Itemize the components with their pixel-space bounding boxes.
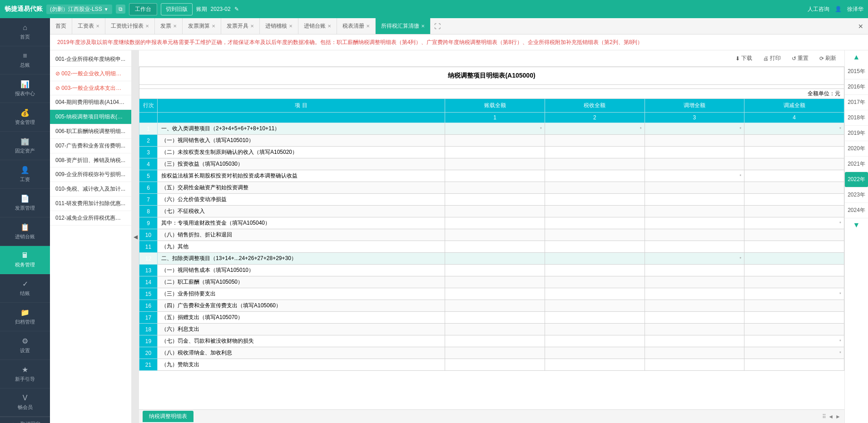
data-cell-col4[interactable] bbox=[744, 170, 844, 182]
download-button[interactable]: ⬇ 下载 bbox=[733, 53, 755, 64]
tab-close-income-tax[interactable]: ✕ bbox=[421, 24, 425, 29]
data-cell-col1[interactable] bbox=[445, 312, 545, 324]
tab-close-salary-report[interactable]: ✕ bbox=[145, 24, 149, 29]
tab-invoice-open[interactable]: 发票开具✕ bbox=[221, 18, 260, 34]
data-cell-col2[interactable] bbox=[545, 135, 645, 147]
data-cell-col2[interactable] bbox=[545, 347, 645, 359]
sidebar-item-settlement[interactable]: ✓ 结账 bbox=[0, 274, 50, 303]
tab-invoice-calc[interactable]: 发票测算✕ bbox=[183, 18, 221, 34]
tab-close-invoice-in[interactable]: ✕ bbox=[289, 24, 293, 29]
data-cell-col4[interactable]: * bbox=[744, 288, 844, 300]
year-item-2024年[interactable]: 2024年 bbox=[845, 203, 868, 218]
tab-close-invoice-open[interactable]: ✕ bbox=[250, 24, 254, 29]
sheet-tab-main[interactable]: 纳税调整明细表 bbox=[143, 411, 193, 422]
data-cell-col2[interactable] bbox=[545, 288, 645, 300]
sidebar-item-invoice-mgmt[interactable]: 📄 发票管理 bbox=[0, 189, 50, 217]
tab-income-tax[interactable]: 所得税汇算清缴✕ bbox=[376, 18, 431, 34]
sidebar-item-archive[interactable]: 📁 归档管理 bbox=[0, 303, 50, 331]
left-nav-item-002[interactable]: ⊘ 002-一般企业收入明细表(A1... bbox=[50, 67, 131, 81]
data-cell-col4[interactable] bbox=[744, 324, 844, 335]
data-cell-col3[interactable] bbox=[645, 147, 744, 158]
sidebar-item-report[interactable]: 📊 报表中心 bbox=[0, 74, 50, 103]
data-cell-col2[interactable] bbox=[545, 276, 645, 288]
year-item-2019年[interactable]: 2019年 bbox=[845, 126, 868, 141]
data-cell-col2[interactable] bbox=[545, 335, 645, 347]
left-nav-item-004[interactable]: 004-期间费用明细表(A1040... bbox=[50, 95, 131, 110]
data-cell-col2[interactable] bbox=[545, 324, 645, 335]
data-cell-col3[interactable]: * bbox=[645, 170, 744, 182]
tab-close-invoice[interactable]: ✕ bbox=[173, 24, 177, 29]
year-item-2016年[interactable]: 2016年 bbox=[845, 79, 868, 95]
left-nav-item-012[interactable]: 012-减免企业所得税优惠明细... bbox=[50, 211, 131, 226]
data-cell-col2[interactable] bbox=[545, 182, 645, 194]
left-nav-item-005[interactable]: 005-纳税调整项目明细表(A1... bbox=[50, 110, 131, 124]
year-item-2022年[interactable]: 2022年 bbox=[845, 172, 868, 187]
sidebar-item-finance[interactable]: 💰 资金管理 bbox=[0, 103, 50, 132]
left-nav-item-006[interactable]: 006-职工薪酬纳税调整明细... bbox=[50, 124, 131, 139]
sidebar-item-ledger[interactable]: ≡ 总账 bbox=[0, 46, 50, 74]
data-cell-col1[interactable]: * bbox=[445, 123, 545, 135]
left-nav-item-011[interactable]: 011-研发费用加计扣除优惠... bbox=[50, 197, 131, 211]
data-cell-col1[interactable] bbox=[445, 170, 545, 182]
data-cell-col2[interactable] bbox=[545, 217, 645, 229]
data-cell-col3[interactable] bbox=[645, 288, 744, 300]
refresh-button[interactable]: ⟳ 刷新 bbox=[817, 53, 839, 64]
data-cell-col1[interactable] bbox=[445, 276, 545, 288]
data-cell-col4[interactable] bbox=[744, 194, 844, 206]
collapse-left-nav-button[interactable]: ◀ bbox=[132, 50, 139, 423]
data-cell-col4[interactable] bbox=[744, 135, 844, 147]
data-cell-col3[interactable] bbox=[645, 276, 744, 288]
data-cell-col3[interactable]: * bbox=[645, 253, 744, 265]
scroll-left-button[interactable]: ◄ bbox=[828, 413, 833, 420]
data-cell-col1[interactable] bbox=[445, 229, 545, 241]
tab-close-salary[interactable]: ✕ bbox=[96, 24, 99, 29]
left-nav-item-007[interactable]: 007-广告费和业务宣传费明... bbox=[50, 139, 131, 153]
data-cell-col2[interactable] bbox=[545, 206, 645, 217]
old-version-button[interactable]: 切到旧版 bbox=[161, 3, 193, 15]
data-cell-col2[interactable] bbox=[545, 170, 645, 182]
data-cell-col1[interactable] bbox=[445, 300, 545, 312]
data-cell-col4[interactable] bbox=[744, 359, 844, 371]
tab-invoice-ledger[interactable]: 进销台账✕ bbox=[298, 18, 337, 34]
year-item-2021年[interactable]: 2021年 bbox=[845, 157, 868, 172]
data-cell-col3[interactable] bbox=[645, 229, 744, 241]
data-cell-col1[interactable] bbox=[445, 158, 545, 170]
tab-close-invoice-ledger[interactable]: ✕ bbox=[327, 24, 331, 29]
data-cell-col2[interactable] bbox=[545, 194, 645, 206]
data-cell-col2[interactable] bbox=[545, 265, 645, 276]
data-cell-col2[interactable] bbox=[545, 241, 645, 253]
year-item-2017年[interactable]: 2017年 bbox=[845, 95, 868, 110]
print-button[interactable]: 🖨 打印 bbox=[760, 53, 784, 64]
data-cell-col3[interactable]: * bbox=[645, 123, 744, 135]
left-nav-item-003[interactable]: ⊘ 003-一般企业成本支出明细... bbox=[50, 81, 131, 96]
sidebar-item-sales-ledger[interactable]: 📋 进销台账 bbox=[0, 217, 50, 246]
consult-button[interactable]: 人工咨询 bbox=[808, 5, 829, 13]
data-cell-col1[interactable] bbox=[445, 217, 545, 229]
tab-close-invoice-calc[interactable]: ✕ bbox=[212, 24, 215, 29]
data-cell-col1[interactable] bbox=[445, 347, 545, 359]
reset-button[interactable]: ↺ 重置 bbox=[789, 53, 811, 64]
data-cell-col2[interactable] bbox=[545, 359, 645, 371]
data-cell-col1[interactable] bbox=[445, 288, 545, 300]
table-wrapper[interactable]: 纳税调整项目明细表(A105000)全额单位：元行次项 目账载全额税收全额调增全… bbox=[139, 67, 844, 409]
data-cell-col4[interactable]: * bbox=[744, 123, 844, 135]
tab-bar-close-button[interactable]: ✕ bbox=[853, 23, 868, 30]
data-cell-col4[interactable] bbox=[744, 182, 844, 194]
data-cell-col4[interactable] bbox=[744, 158, 844, 170]
left-nav-item-009[interactable]: 009-企业所得税弥补亏损明... bbox=[50, 167, 131, 182]
sidebar-collapse-button[interactable]: ◄◄ 取消固定 bbox=[0, 417, 50, 423]
scroll-right-button[interactable]: ► bbox=[835, 413, 841, 420]
data-cell-col4[interactable] bbox=[744, 206, 844, 217]
data-cell-col2[interactable] bbox=[545, 147, 645, 158]
data-cell-col4[interactable]: * bbox=[744, 335, 844, 347]
data-cell-col3[interactable] bbox=[645, 347, 744, 359]
sidebar-item-tax[interactable]: 🖩 税务管理 bbox=[0, 246, 50, 274]
data-cell-col3[interactable] bbox=[645, 158, 744, 170]
year-nav-up-button[interactable]: ▲ bbox=[845, 50, 868, 64]
tab-close-tax-clear[interactable]: ✕ bbox=[366, 24, 370, 29]
data-cell-col4[interactable]: * bbox=[744, 347, 844, 359]
data-cell-col3[interactable] bbox=[645, 241, 744, 253]
data-cell-col1[interactable] bbox=[445, 359, 545, 371]
sidebar-item-settings[interactable]: ⚙ 设置 bbox=[0, 331, 50, 360]
data-cell-col1[interactable] bbox=[445, 335, 545, 347]
